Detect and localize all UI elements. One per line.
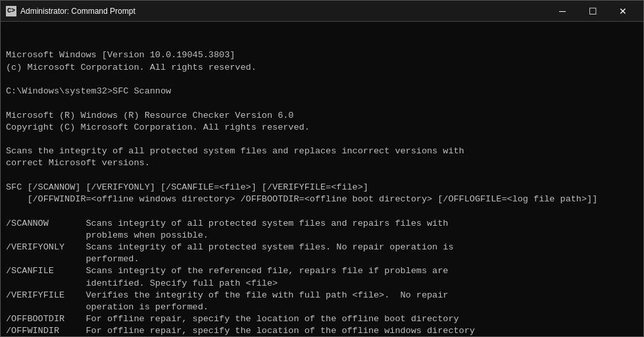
console-line <box>6 97 638 109</box>
console-line: correct Microsoft versions. <box>6 157 638 169</box>
console-line: Microsoft (R) Windows (R) Resource Check… <box>6 110 638 122</box>
console-line: Microsoft Windows [Version 10.0.19045.38… <box>6 49 638 61</box>
console-line: problems when possible. <box>6 230 638 242</box>
console-line: /OFFWINDIR For offline repair, specify t… <box>6 325 638 336</box>
console-line <box>6 205 638 217</box>
console-line: performed. <box>6 253 638 265</box>
console-line <box>6 74 638 86</box>
console-line <box>6 170 638 182</box>
command-prompt-window: C> Administrator: Command Prompt ─ ☐ ✕ M… <box>0 0 644 337</box>
title-bar: C> Administrator: Command Prompt ─ ☐ ✕ <box>1 1 643 22</box>
console-line: /SCANNOW Scans integrity of all protecte… <box>6 218 638 230</box>
console-line: /SCANFILE Scans integrity of the referen… <box>6 265 638 277</box>
minimize-button[interactable]: ─ <box>547 1 578 22</box>
window-controls: ─ ☐ ✕ <box>547 1 638 22</box>
console-line: Scans the integrity of all protected sys… <box>6 145 638 157</box>
console-line: /OFFBOOTDIR For offline repair, specify … <box>6 313 638 325</box>
console-line: C:\Windows\system32>SFC Scannow <box>6 86 638 97</box>
window-icon: C> <box>6 6 16 16</box>
close-button[interactable]: ✕ <box>608 1 638 22</box>
console-line: /VERIFYFILE Verifies the integrity of th… <box>6 290 638 301</box>
console-line <box>6 134 638 145</box>
maximize-button[interactable]: ☐ <box>578 1 608 22</box>
console-line: identified. Specify full path <file> <box>6 278 638 290</box>
console-line: /VERIFYONLY Scans integrity of all prote… <box>6 242 638 253</box>
console-line: SFC [/SCANNOW] [/VERIFYONLY] [/SCANFILE=… <box>6 182 638 194</box>
console-line: Copyright (C) Microsoft Corporation. All… <box>6 122 638 134</box>
window-title: Administrator: Command Prompt <box>20 7 547 16</box>
console-line: operation is performed. <box>6 301 638 313</box>
console-line: [/OFFWINDIR=<offline windows directory> … <box>6 194 638 205</box>
console-line: (c) Microsoft Corporation. All rights re… <box>6 62 638 74</box>
console-output[interactable]: Microsoft Windows [Version 10.0.19045.38… <box>1 22 643 336</box>
